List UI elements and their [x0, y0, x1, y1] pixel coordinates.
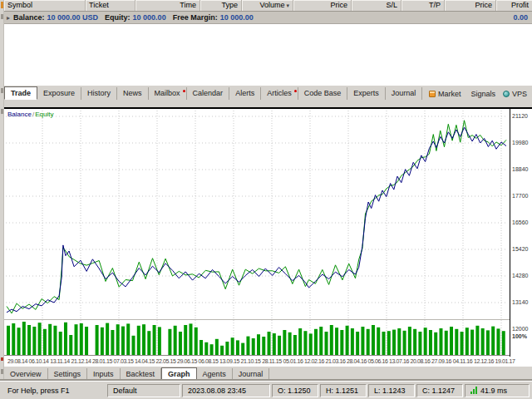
x-axis-label: 28.04.16 — [347, 358, 367, 364]
gutter-handle-icon — [1, 369, 3, 374]
signals-link[interactable]: Signals — [468, 90, 495, 98]
orders-column-t-p[interactable]: T/P — [401, 0, 445, 11]
gutter-handle-icon — [1, 88, 3, 93]
status-ping: 41.9 ms — [480, 385, 507, 397]
orders-column-price[interactable]: Price — [293, 0, 352, 11]
orders-empty-area — [4, 24, 532, 86]
deposit-load-bar — [195, 328, 198, 355]
tab-journal[interactable]: Journal — [386, 87, 423, 100]
deposit-load-bar — [439, 328, 442, 355]
tab-alerts[interactable]: Alerts — [229, 87, 261, 100]
tab-experts[interactable]: Experts — [347, 87, 386, 100]
deposit-load-bar — [12, 323, 15, 355]
tester-tab-overview[interactable]: Overview — [4, 368, 48, 381]
deposit-load-bar — [486, 330, 490, 355]
tester-tab-inputs[interactable]: Inputs — [87, 368, 121, 381]
deposit-load-bar — [22, 322, 26, 355]
orders-column-type[interactable]: Type — [200, 0, 242, 11]
deposit-load-bar — [210, 344, 214, 355]
tester-tab-graph[interactable]: Graph — [161, 367, 197, 381]
deposit-load-bar — [450, 327, 453, 355]
market-label: Market — [438, 90, 461, 98]
deposit-load-bar — [7, 326, 10, 355]
deposit-load-bar — [153, 325, 156, 355]
profit-value: 0.00 — [513, 12, 528, 24]
equity-label: Equity: — [105, 13, 131, 22]
expand-arrow-icon[interactable]: ▸ — [7, 14, 10, 22]
connection-bars-icon — [470, 387, 477, 394]
vps-link[interactable]: VPS — [503, 90, 527, 98]
metatrader-toolbox-window: SymbolTicketTimeTypeVolume▾PriceS/LT/PPr… — [0, 0, 532, 399]
x-axis-label: 06.10.14 — [28, 358, 48, 364]
deposit-load-bar — [147, 331, 150, 355]
sort-arrow-icon[interactable]: ▾ — [286, 2, 289, 8]
y-axis-label: 13140 — [512, 299, 528, 305]
deposit-load-bar — [496, 328, 500, 355]
status-datetime: 2023.08.08 23:45 — [182, 384, 270, 397]
balance-label: Balance: — [13, 13, 45, 22]
tab-history[interactable]: History — [81, 87, 117, 100]
deposit-load-bar — [189, 323, 192, 355]
tab-news[interactable]: News — [117, 87, 149, 100]
deposit-load-bar — [241, 343, 244, 355]
deposit-load-bar — [220, 346, 224, 355]
deposit-load-bar — [309, 333, 313, 355]
x-axis-label: 05.06.16 — [367, 358, 387, 364]
y-axis-label: 15420 — [512, 246, 528, 252]
signals-label: Signals — [470, 90, 495, 98]
tab-exposure[interactable]: Exposure — [37, 87, 81, 100]
balance-value: 10 000.00 USD — [47, 13, 99, 22]
deposit-load-bar — [403, 331, 406, 355]
tab-code-base[interactable]: Code Base — [298, 87, 348, 100]
orders-column-symbol[interactable]: Symbol — [4, 0, 86, 11]
orders-column-ticket[interactable]: Ticket — [86, 0, 135, 11]
balance-row[interactable]: ▸Balance:10 000.00 USDEquity:10 000.00Fr… — [4, 12, 532, 24]
tester-tab-settings[interactable]: Settings — [48, 368, 88, 381]
tab-mailbox[interactable]: Mailbox — [149, 87, 187, 100]
deposit-load-bar — [43, 329, 47, 355]
x-axis-label: 29.08.14 — [7, 358, 27, 364]
tab-articles[interactable]: Articles — [261, 87, 298, 100]
x-axis-label: 21.10.15 — [240, 358, 260, 364]
deposit-load-bar — [32, 327, 36, 355]
status-profile[interactable]: Default — [107, 384, 180, 397]
deposit-load-bar — [69, 335, 72, 355]
tester-tab-agents[interactable]: Agents — [197, 368, 233, 381]
orders-column-price[interactable]: Price — [445, 0, 496, 11]
status-connection[interactable]: 41.9 ms — [465, 384, 530, 397]
deposit-load-bar — [413, 329, 416, 355]
orders-column-profit[interactable]: Profit — [496, 0, 532, 11]
tester-tabs: OverviewSettingsInputsBacktestGraphAgent… — [4, 367, 532, 381]
tester-tab-backtest[interactable]: Backtest — [121, 368, 162, 381]
status-close: C: 1.1247 — [416, 384, 463, 397]
deposit-load-bar — [293, 335, 297, 355]
tab-calendar[interactable]: Calendar — [187, 87, 230, 100]
x-axis-label: 27.09.16 — [431, 358, 451, 364]
deposit-load-bar — [319, 327, 323, 355]
deposit-load-bar — [64, 323, 67, 355]
tester-tab-journal[interactable]: Journal — [233, 368, 270, 381]
orders-column-time[interactable]: Time — [135, 0, 200, 11]
market-link[interactable]: Market — [429, 90, 461, 98]
tab-trade[interactable]: Trade — [4, 86, 37, 100]
deposit-load-bar — [288, 332, 292, 355]
deposit-load-bar — [116, 324, 120, 355]
deposit-load-bar — [418, 332, 421, 355]
x-axis-label: 19.01.17 — [495, 358, 515, 364]
deposit-load-bar — [59, 332, 62, 355]
deposit-load-bar — [470, 330, 474, 355]
deposit-load-bar — [262, 337, 265, 355]
x-axis-label: 13.11.14 — [50, 358, 70, 364]
orders-column-volume[interactable]: Volume▾ — [242, 0, 293, 11]
deposit-load-bar — [278, 336, 281, 355]
orders-table-header: SymbolTicketTimeTypeVolume▾PriceS/LT/PPr… — [4, 0, 532, 12]
free-margin-value: 10 000.00 — [220, 13, 254, 22]
gutter-handle-icon — [1, 14, 3, 19]
deposit-load-bar — [225, 342, 229, 355]
orders-column-s-l[interactable]: S/L — [352, 0, 401, 11]
deposit-load-bar — [111, 330, 114, 355]
deposit-load-bar — [257, 334, 260, 355]
deposit-load-bar — [408, 327, 411, 355]
x-axis-label: 04.11.16 — [453, 358, 473, 364]
deposit-load-bar — [335, 328, 338, 355]
